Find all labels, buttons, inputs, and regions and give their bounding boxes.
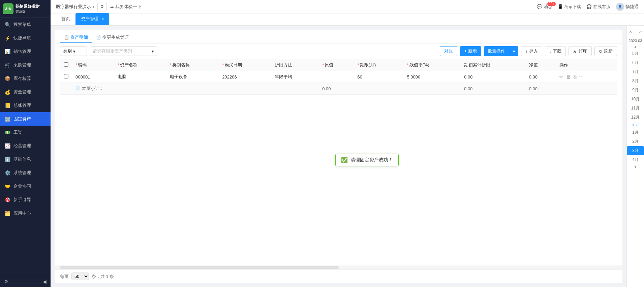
sidebar-item-finance[interactable]: 💰 资金管理 [0,85,51,99]
category-type-placeholder: 请选择固定资产类别 [93,48,132,54]
user-profile[interactable]: 👤 畅捷通 [616,3,639,11]
app-download-label: App下载 [564,4,581,10]
select-all-header[interactable] [60,59,72,71]
print-button[interactable]: 🖨 打印 [569,46,592,56]
toolbar: 类别 ▾ 请选择固定资产类别 ▾ 对账 + 新增 [55,43,622,59]
sidebar-collapse-icon[interactable]: ◀ [43,279,47,284]
company-selector[interactable]: 医疗器械行业演示 ▾ [56,4,95,10]
month-1[interactable]: 1月 [627,128,644,137]
subtotal-label: 📄 本页小计： [72,83,319,95]
sidebar-item-search[interactable]: 🔍 搜索菜单 [0,18,51,31]
sidebar-item-quick-nav[interactable]: ⚡ 快捷导航 [0,31,51,45]
cloud-icon: ☁ [110,4,114,9]
topbar: 医疗器械行业演示 ▾ ⚙ ☁ 我要体验一下 💬 消息 99+ 📱 App下载 [51,0,644,13]
inner-tab-voucher[interactable]: 📄 变更生成凭证 [92,32,133,43]
experience-button[interactable]: ☁ 我要体验一下 [110,4,142,10]
sidebar-item-sales[interactable]: 📊 销售管理 [0,45,51,58]
table-container: *编码 *资产名称 *类别名称 *购买日期 折旧方法 *原值 *期限(月) *残… [55,59,622,265]
app-version: 普及版 [16,9,40,14]
tab-asset-management[interactable]: 资产管理 × [75,13,109,25]
reconcile-button[interactable]: 对账 [440,46,457,56]
row-checkbox-cell[interactable] [60,71,72,83]
more-icon[interactable]: ⋯ [579,74,584,79]
select-all-checkbox[interactable] [64,62,68,67]
month-3-active[interactable]: 3月 [627,146,644,155]
user-avatar: 👤 [616,3,624,11]
page-size-select[interactable]: 50 100 200 [71,273,89,280]
sidebar-item-basic-info[interactable]: ℹ️ 基础信息 [0,153,51,166]
online-service-button[interactable]: 🎧 在线客服 [586,4,611,10]
app-download-button[interactable]: 📱 App下载 [558,4,581,10]
download-button[interactable]: ↓ 下载 [545,46,566,56]
month-11[interactable]: 11月 [627,104,644,113]
month-12[interactable]: 12月 [627,113,644,122]
main-content: 医疗器械行业演示 ▾ ⚙ ☁ 我要体验一下 💬 消息 99+ 📱 App下载 [51,0,644,287]
total-label: 条，共 1 条 [92,274,114,280]
month-4[interactable]: 4月 [627,155,644,164]
topbar-left: 医疗器械行业演示 ▾ ⚙ ☁ 我要体验一下 [56,2,142,11]
tab-home[interactable]: 首页 [56,13,75,25]
batch-operation-button[interactable]: 批量操作 ▾ [484,46,518,56]
message-icon: 💬 [537,4,542,9]
month-2[interactable]: 2月 [627,137,644,146]
sidebar-item-app-center[interactable]: 🗂️ 应用中心 [0,206,51,220]
app-title-area: 畅捷通好业财 普及版 [16,4,40,14]
sidebar-item-purchase[interactable]: 🛒 采购管理 [0,58,51,72]
edit-icon[interactable]: ✏ [559,74,563,79]
content-main: 📋 资产明细 📄 变更生成凭证 类别 ▾ [51,26,626,287]
col-purchase-date: *购买日期 [219,59,271,71]
import-button[interactable]: ↑ 导入 [521,46,542,56]
finance-icon: 💰 [4,89,11,95]
company-name: 医疗器械行业演示 [56,4,91,10]
message-button[interactable]: 💬 消息 99+ [537,4,552,10]
app-title: 畅捷通好业财 [16,4,40,9]
month-10[interactable]: 10月 [627,95,644,104]
row-code: 000001 [72,71,114,83]
month-9[interactable]: 9月 [627,86,644,95]
sidebar-item-collab[interactable]: 🤝 企业协同 [0,180,51,193]
month-8[interactable]: 8月 [627,76,644,86]
horizontal-scrollbar[interactable] [55,265,622,269]
success-toast: ✅ 清理固定资产成功！ [335,154,399,166]
category-filter[interactable]: 类别 ▾ [60,46,87,56]
sidebar-item-guide[interactable]: 🎯 新手引导 [0,193,51,206]
right-panel-expand-icon[interactable]: ⤢ [639,30,642,34]
category-type-filter[interactable]: 请选择固定资产类别 ▾ [90,46,157,56]
batch-chevron-icon[interactable]: ▾ [510,47,518,56]
refresh-icon: ↻ [599,49,603,54]
sidebar-item-ledger[interactable]: 📒 总账管理 [0,99,51,112]
inner-tab-asset-detail[interactable]: 📋 资产明细 [60,32,92,43]
sidebar-item-system[interactable]: ⚙️ 系统管理 [0,166,51,180]
sidebar-item-inventory[interactable]: 📦 库存核算 [0,72,51,85]
new-button[interactable]: + 新增 [460,46,481,56]
month-7[interactable]: 7月 [627,67,644,76]
down-arrow-icon[interactable]: ▼ [633,164,638,169]
sidebar-item-operations[interactable]: 📈 经营管理 [0,139,51,153]
message-badge: 99+ [547,2,556,6]
download-icon: 📱 [558,4,563,9]
col-residual-rate: *残值率(%) [403,59,461,71]
sidebar-item-label: 经营管理 [13,143,31,149]
sidebar-item-label: 资金管理 [13,89,31,95]
row-name: 电脑 [114,71,166,83]
tab-close-icon[interactable]: × [102,17,104,21]
month-5[interactable]: 5月 [627,49,644,58]
success-message: 清理固定资产成功！ [350,157,393,163]
sidebar-footer: ⚙ ◀ [0,276,51,287]
sidebar-settings-icon[interactable]: ⚙ [4,279,8,284]
subtotal-initial-depreciation: 0.00 [461,83,526,95]
sidebar-item-fixed-assets[interactable]: 🏢 固定资产 [0,112,51,126]
month-6[interactable]: 6月 [627,58,644,67]
company-settings-button[interactable]: ⚙ [97,2,107,11]
refresh-button[interactable]: ↻ 刷新 [594,46,617,56]
delete-icon[interactable]: 🗑 [566,74,571,79]
right-panel-close-icon[interactable]: ✕ [629,30,632,34]
sidebar-item-salary[interactable]: 💵 工资 [0,126,51,139]
row-checkbox[interactable] [64,74,68,78]
copy-icon[interactable]: ⎘ [574,74,576,79]
username: 畅捷通 [625,4,639,10]
operations-icon: 📈 [4,142,11,149]
category-chevron-icon: ▾ [73,49,75,54]
up-arrow-icon[interactable]: ▲ [633,44,638,49]
main-card: 📋 资产明细 📄 变更生成凭证 类别 ▾ [55,30,622,283]
